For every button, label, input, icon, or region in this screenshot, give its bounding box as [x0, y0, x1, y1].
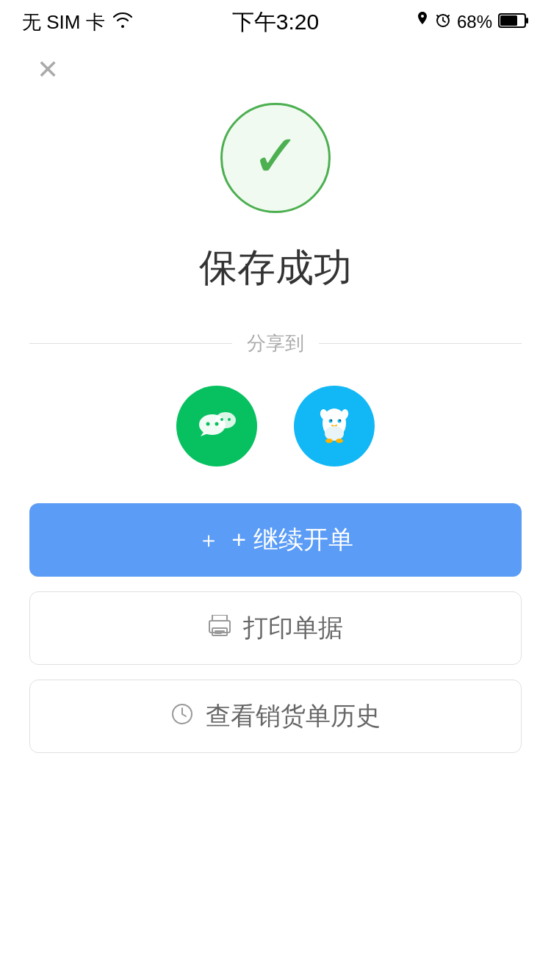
wifi-icon	[112, 12, 133, 32]
svg-point-17	[325, 426, 344, 441]
svg-rect-2	[500, 15, 517, 26]
svg-point-16	[339, 419, 341, 421]
share-icons	[29, 386, 522, 466]
status-time: 下午3:20	[232, 7, 319, 37]
battery-percent: 68%	[457, 12, 492, 32]
print-label: 打印单据	[243, 611, 343, 645]
history-button[interactable]: 查看销货单历史	[29, 680, 522, 753]
close-icon: ✕	[37, 57, 59, 83]
svg-point-6	[206, 422, 209, 425]
status-bar: 无 SIM 卡 下午3:20 68%	[0, 0, 551, 44]
svg-point-19	[336, 439, 343, 443]
svg-point-15	[331, 419, 332, 421]
plus-icon: ＋	[198, 525, 220, 555]
alarm-icon	[435, 12, 451, 32]
main-content: ✓ 保存成功 分享到	[0, 44, 551, 768]
svg-point-8	[220, 418, 223, 421]
status-left: 无 SIM 卡	[22, 10, 133, 35]
svg-rect-25	[215, 630, 225, 632]
qq-share-button[interactable]	[294, 386, 375, 466]
success-title: 保存成功	[199, 242, 352, 294]
share-section: 分享到	[29, 331, 522, 466]
svg-point-5	[215, 412, 236, 428]
svg-rect-26	[215, 633, 222, 634]
svg-point-9	[228, 418, 231, 421]
svg-point-18	[325, 439, 333, 443]
continue-button[interactable]: ＋ + 继续开单	[29, 503, 522, 577]
history-icon	[170, 702, 194, 731]
svg-rect-22	[212, 615, 227, 621]
continue-label: + 继续开单	[231, 523, 353, 557]
success-circle: ✓	[220, 103, 331, 213]
status-right: 68%	[416, 12, 529, 32]
qq-icon	[311, 403, 359, 450]
printer-icon	[208, 615, 231, 642]
history-label: 查看销货单历史	[206, 699, 381, 733]
print-button[interactable]: 打印单据	[29, 591, 522, 665]
close-button[interactable]: ✕	[29, 51, 66, 88]
share-divider: 分享到	[29, 331, 522, 356]
wechat-share-button[interactable]	[176, 386, 257, 466]
wechat-icon	[193, 403, 241, 450]
svg-point-14	[337, 419, 341, 422]
location-icon	[416, 12, 429, 32]
carrier-text: 无 SIM 卡	[22, 10, 105, 35]
battery-icon	[498, 12, 529, 32]
share-label: 分享到	[247, 331, 304, 356]
action-buttons: ＋ + 继续开单 打印单据 查看销货单历史	[29, 503, 522, 753]
checkmark-icon: ✓	[251, 127, 300, 186]
svg-point-7	[215, 422, 218, 425]
svg-rect-3	[526, 18, 528, 24]
svg-point-13	[328, 419, 332, 422]
